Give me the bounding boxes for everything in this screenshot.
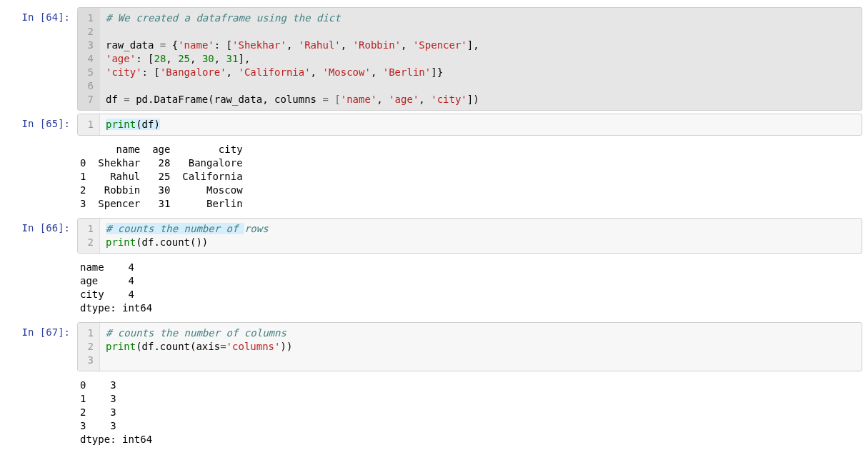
code-token: df xyxy=(106,94,118,105)
output-prompt xyxy=(6,256,77,318)
line-gutter: 12 xyxy=(78,219,100,253)
code-editor[interactable]: print(df) xyxy=(100,114,862,135)
cell-output: name 4 age 4 city 4 dtype: int64 xyxy=(77,256,862,318)
code-token: , xyxy=(226,66,239,78)
code-token: ]} xyxy=(431,66,443,78)
code-token: , xyxy=(376,94,389,105)
input-prompt: In [64]: xyxy=(6,7,77,111)
code-token: 'Bangalore' xyxy=(160,66,226,78)
code-token: 'city' xyxy=(431,94,467,105)
code-token: pd.DataFrame(raw_data, columns xyxy=(136,94,322,105)
code-token: ], xyxy=(467,39,479,51)
code-token: = xyxy=(154,39,171,51)
code-input-area[interactable]: 1234567 # We created a dataframe using t… xyxy=(77,7,862,111)
cell-output: name age city 0 Shekhar 28 Bangalore 1 R… xyxy=(77,139,862,214)
code-token: ], xyxy=(238,53,250,64)
code-cell-67: In [67]: 123 # counts the number of colu… xyxy=(6,322,862,371)
output-row-66: name 4 age 4 city 4 dtype: int64 xyxy=(6,256,862,318)
code-token: (df) xyxy=(136,119,160,130)
code-token: 'name' xyxy=(341,94,377,105)
output-prompt xyxy=(6,374,77,449)
code-token: 30 xyxy=(202,53,214,64)
code-token: , xyxy=(401,39,413,51)
code-token: print xyxy=(106,341,136,352)
code-editor[interactable]: # counts the number of columns print(df.… xyxy=(100,323,862,371)
code-token: , xyxy=(190,53,202,64)
output-row-65: name age city 0 Shekhar 28 Bangalore 1 R… xyxy=(6,139,862,214)
code-token: )) xyxy=(280,341,292,352)
code-token: print xyxy=(106,119,136,130)
code-token: 25 xyxy=(178,53,190,64)
code-input-area[interactable]: 123 # counts the number of columns print… xyxy=(77,322,862,371)
code-editor[interactable]: # counts the number of rows print(df.cou… xyxy=(100,219,862,253)
code-token: : [ xyxy=(142,66,160,78)
line-gutter: 123 xyxy=(78,323,100,371)
code-token: 'Rahul' xyxy=(299,39,341,51)
code-token: 'columns' xyxy=(226,341,281,352)
code-token: (df.count(axis xyxy=(136,341,220,352)
code-token: raw_data xyxy=(106,39,154,51)
code-token: , xyxy=(419,94,431,105)
code-cell-66: In [66]: 12 # counts the number of rows … xyxy=(6,218,862,254)
code-token: = [ xyxy=(322,94,340,105)
output-row-67: 0 3 1 3 2 3 3 3 dtype: int64 xyxy=(6,374,862,449)
cell-output: 0 3 1 3 2 3 3 3 dtype: int64 xyxy=(77,374,862,449)
code-token: 'California' xyxy=(238,66,310,78)
line-gutter: 1 xyxy=(78,114,100,135)
code-token: 28 xyxy=(154,53,166,64)
code-token: 'Berlin' xyxy=(383,66,431,78)
code-token: = xyxy=(220,341,226,352)
comment: rows xyxy=(244,223,269,234)
output-prompt xyxy=(6,139,77,214)
code-token: 'age' xyxy=(106,53,136,64)
code-token: 'Moscow' xyxy=(322,66,370,78)
code-cell-64: In [64]: 1234567 # We created a datafram… xyxy=(6,7,862,111)
code-token: 'name' xyxy=(178,39,214,51)
code-input-area[interactable]: 12 # counts the number of rows print(df.… xyxy=(77,218,862,254)
code-token: , xyxy=(166,53,178,64)
code-token: 'Shekhar' xyxy=(232,39,286,51)
line-gutter: 1234567 xyxy=(78,8,100,110)
code-token: 'Robbin' xyxy=(353,39,401,51)
code-token: = xyxy=(118,94,136,105)
comment: # We created a dataframe using the dict xyxy=(106,12,341,24)
code-editor[interactable]: # We created a dataframe using the dict … xyxy=(100,8,862,110)
comment: # counts the number of columns xyxy=(106,327,286,339)
code-token: ]) xyxy=(467,94,479,105)
code-token: 31 xyxy=(226,53,239,64)
input-prompt: In [66]: xyxy=(6,218,77,254)
code-token: 'age' xyxy=(389,94,419,105)
code-token: : [ xyxy=(214,39,232,51)
code-cell-65: In [65]: 1 print(df) xyxy=(6,114,862,136)
code-token: (df.count()) xyxy=(136,236,208,248)
code-token: , xyxy=(341,39,353,51)
code-token: : [ xyxy=(136,53,154,64)
code-token: { xyxy=(172,39,178,51)
code-token: , xyxy=(214,53,226,64)
code-token: print xyxy=(106,236,136,248)
comment: # counts the number of xyxy=(106,223,244,234)
code-input-area[interactable]: 1 print(df) xyxy=(77,114,862,136)
code-token: , xyxy=(286,39,299,51)
code-token: , xyxy=(311,66,323,78)
input-prompt: In [67]: xyxy=(6,322,77,371)
code-token: 'Spencer' xyxy=(413,39,467,51)
code-token: 'city' xyxy=(106,66,142,78)
code-token: , xyxy=(371,66,383,78)
input-prompt: In [65]: xyxy=(6,114,77,136)
